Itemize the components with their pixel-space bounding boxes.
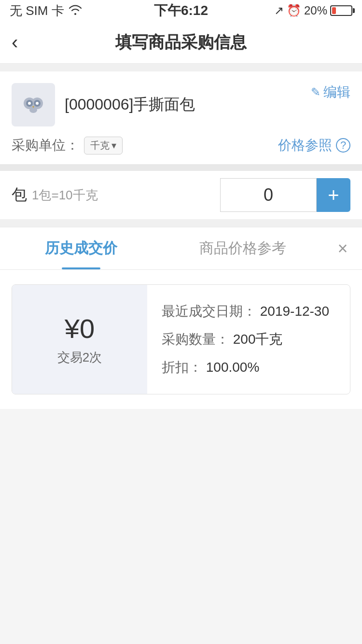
alarm-icon: ⏰ [287, 4, 301, 17]
package-hint: 1包=10千克 [32, 187, 220, 204]
product-unit-row: 采购单位： 千克 ▾ 价格参照 ? [12, 136, 350, 154]
product-name: [0000006]手撕面包 [65, 94, 195, 115]
purchase-qty-label: 采购数量： [162, 332, 229, 347]
page-title: 填写商品采购信息 [115, 31, 247, 54]
price-ref-button[interactable]: 价格参照 ? [278, 136, 350, 154]
svg-point-4 [28, 102, 31, 105]
close-icon: × [337, 238, 348, 259]
product-header: [0000006]手撕面包 ✎ 编辑 [12, 83, 350, 126]
unit-value: 千克 [90, 139, 110, 152]
edit-button[interactable]: ✎ 编辑 [311, 83, 350, 101]
product-left: [0000006]手撕面包 [12, 83, 195, 126]
help-icon: ? [336, 138, 350, 153]
card-trade-count: 交易2次 [57, 349, 102, 366]
carrier-text: 无 SIM 卡 [10, 2, 64, 19]
status-left: 无 SIM 卡 [10, 2, 83, 19]
latest-date-value: 2019-12-30 [260, 304, 329, 319]
quantity-plus-button[interactable]: + [317, 178, 350, 212]
back-icon: ‹ [12, 31, 18, 53]
main-content [0, 409, 362, 644]
edit-icon: ✎ [311, 85, 320, 99]
unit-label: 采购单位： [12, 136, 79, 154]
plus-icon: + [328, 184, 339, 206]
back-button[interactable]: ‹ [12, 31, 18, 53]
latest-date-label: 最近成交日期： [162, 304, 256, 319]
quantity-controls: + [220, 178, 350, 212]
tab-history-label: 历史成交价 [45, 238, 117, 258]
wifi-icon [68, 3, 83, 18]
discount-row: 折扣： 100.00% [162, 358, 335, 377]
latest-date-row: 最近成交日期： 2019-12-30 [162, 302, 335, 321]
product-logo [12, 83, 55, 126]
gps-icon: ↗ [274, 4, 284, 17]
quantity-input[interactable] [220, 178, 317, 212]
tab-price-ref-label: 商品价格参考 [199, 238, 286, 258]
purchase-qty-value: 200千克 [233, 332, 283, 347]
brand-icon [19, 93, 48, 117]
edit-label: 编辑 [323, 83, 350, 101]
tab-close-button[interactable]: × [323, 238, 362, 259]
nav-bar: ‹ 填写商品采购信息 [0, 21, 362, 64]
history-card: ¥0 交易2次 最近成交日期： 2019-12-30 采购数量： 200千克 折… [12, 284, 350, 394]
tab-section: 历史成交价 商品价格参考 × ¥0 交易2次 最近成交日期： 2019-12-3… [0, 227, 362, 409]
dropdown-icon: ▾ [111, 140, 116, 151]
svg-point-5 [36, 102, 39, 105]
unit-select[interactable]: 千克 ▾ [84, 137, 123, 154]
status-right: ↗ ⏰ 20% [274, 4, 352, 17]
status-bar: 无 SIM 卡 下午6:12 ↗ ⏰ 20% [0, 0, 362, 21]
status-time: 下午6:12 [154, 1, 208, 20]
discount-value: 100.00% [206, 360, 260, 375]
card-price-value: ¥0 [65, 313, 95, 344]
package-label: 包 [12, 184, 27, 206]
tab-history[interactable]: 历史成交价 [0, 227, 162, 269]
product-section: [0000006]手撕面包 ✎ 编辑 采购单位： 千克 ▾ 价格参照 ? [0, 71, 362, 164]
card-price-section: ¥0 交易2次 [12, 285, 147, 394]
section-divider [0, 164, 362, 171]
card-info-section: 最近成交日期： 2019-12-30 采购数量： 200千克 折扣： 100.0… [147, 285, 350, 394]
battery-icon [330, 5, 352, 16]
price-ref-label: 价格参照 [278, 136, 332, 154]
tab-price-ref[interactable]: 商品价格参考 [162, 227, 323, 269]
quantity-section: 包 1包=10千克 + [0, 171, 362, 219]
history-content: ¥0 交易2次 最近成交日期： 2019-12-30 采购数量： 200千克 折… [0, 270, 362, 409]
tab-active-underline [62, 267, 100, 269]
tab-header: 历史成交价 商品价格参考 × [0, 227, 362, 270]
discount-label: 折扣： [162, 360, 202, 375]
purchase-qty-row: 采购数量： 200千克 [162, 330, 335, 349]
battery-percent: 20% [304, 4, 327, 17]
